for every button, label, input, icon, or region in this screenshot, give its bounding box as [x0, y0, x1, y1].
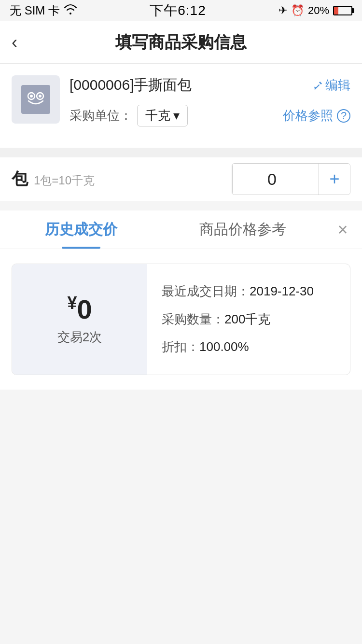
transaction-card: ¥0 交易2次 最近成交日期：2019-12-30 采购数量：200千克 折扣：…: [12, 264, 350, 375]
status-carrier: 无 SIM 卡: [10, 3, 77, 18]
product-unit-row: 采购单位： 千克 ▾ 价格参照 ?: [70, 105, 350, 126]
battery-icon: [333, 6, 352, 15]
discount-label: 折扣：: [162, 339, 199, 354]
tabs-section: 历史成交价 商品价格参考 × ¥0 交易2次 最近成交日期：2019-12-30…: [0, 210, 362, 390]
quantity-label-group: 包 1包=10千克: [12, 168, 95, 190]
quantity-unit-label: 包: [12, 168, 28, 190]
last-date-row: 最近成交日期：2019-12-30: [162, 281, 335, 302]
status-icons: ✈ ⏰ 20%: [278, 4, 352, 17]
quantity-plus-button[interactable]: +: [319, 164, 350, 195]
unit-label: 采购单位： 千克 ▾: [70, 105, 188, 126]
discount-value: 100.00%: [199, 339, 249, 354]
product-header: [0000006]手撕面包 编辑 采购单位： 千克 ▾: [12, 75, 350, 126]
quantity-hint: 1包=10千克: [34, 173, 95, 188]
card-price-section: ¥0 交易2次: [12, 264, 147, 375]
tab-content: ¥0 交易2次 最近成交日期：2019-12-30 采购数量：200千克 折扣：…: [0, 249, 362, 390]
back-button[interactable]: ‹: [12, 32, 17, 53]
purchase-quantity-value: 200千克: [224, 312, 270, 326]
discount-row: 折扣：100.00%: [162, 337, 335, 357]
nav-bar: ‹ 填写商品采购信息: [0, 21, 362, 64]
product-name-row: [0000006]手撕面包 编辑: [70, 75, 350, 95]
price-reference-button[interactable]: 价格参照 ?: [283, 107, 350, 124]
price-ref-help-icon: ?: [337, 109, 350, 123]
product-thumbnail: [12, 75, 60, 124]
product-name: [0000006]手撕面包: [70, 75, 192, 95]
page-title: 填写商品采购信息: [115, 31, 247, 54]
transaction-count: 交易2次: [57, 329, 102, 346]
status-bar: 无 SIM 卡 下午6:12 ✈ ⏰ 20%: [0, 0, 362, 21]
tab-price-reference[interactable]: 商品价格参考: [162, 210, 323, 249]
wifi-icon: [64, 4, 77, 17]
unit-select-dropdown[interactable]: 千克 ▾: [137, 105, 188, 126]
status-time: 下午6:12: [150, 1, 206, 20]
quantity-row: 包 1包=10千克 +: [0, 157, 362, 201]
section-divider: [0, 148, 362, 157]
price-symbol: ¥: [67, 293, 77, 313]
purchase-quantity-row: 采购数量：200千克: [162, 309, 335, 330]
card-price-display: ¥0: [67, 293, 92, 325]
quantity-input[interactable]: [232, 164, 319, 195]
svg-point-3: [39, 95, 42, 98]
alarm-icon: ⏰: [291, 4, 304, 17]
last-date-label: 最近成交日期：: [162, 284, 250, 298]
product-section: [0000006]手撕面包 编辑 采购单位： 千克 ▾: [0, 64, 362, 148]
tab-history-price[interactable]: 历史成交价: [0, 210, 162, 249]
edit-button[interactable]: 编辑: [313, 77, 350, 94]
carrier-text: 无 SIM 卡: [10, 3, 60, 18]
svg-point-1: [30, 95, 33, 98]
location-icon: ✈: [278, 4, 287, 17]
purchase-quantity-label: 采购数量：: [162, 312, 224, 326]
tab-close-button[interactable]: ×: [323, 210, 362, 249]
battery-percent: 20%: [308, 4, 329, 17]
quantity-control: +: [232, 163, 350, 195]
tabs-header: 历史成交价 商品价格参考 ×: [0, 210, 362, 249]
last-date-value: 2019-12-30: [250, 284, 314, 298]
card-details-section: 最近成交日期：2019-12-30 采购数量：200千克 折扣：100.00%: [147, 264, 350, 375]
product-info: [0000006]手撕面包 编辑 采购单位： 千克 ▾: [70, 75, 350, 126]
product-thumb-icon: [21, 85, 50, 114]
